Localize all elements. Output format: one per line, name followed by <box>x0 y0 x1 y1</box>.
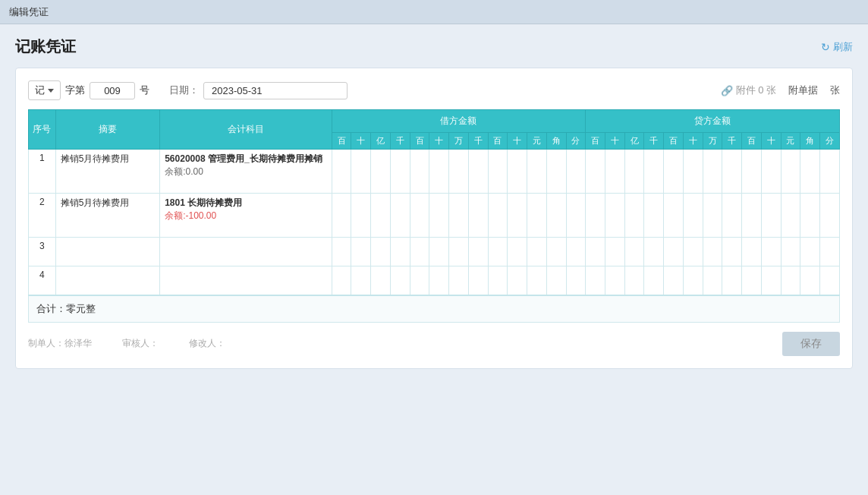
row-summary-4[interactable] <box>55 266 160 295</box>
debit-digit-4-4[interactable] <box>390 266 410 295</box>
credit-digit-2-9[interactable] <box>742 194 762 238</box>
refresh-button[interactable]: ↻ 刷新 <box>821 40 853 54</box>
debit-digit-2-10[interactable] <box>508 194 527 238</box>
credit-digit-2-2[interactable] <box>605 194 624 238</box>
debit-digit-3-1[interactable] <box>332 238 351 266</box>
credit-digit-3-4[interactable] <box>644 238 664 266</box>
credit-digit-3-10[interactable] <box>761 238 781 266</box>
credit-digit-2-11[interactable] <box>781 194 800 238</box>
debit-digit-1-11[interactable] <box>527 150 547 194</box>
debit-digit-3-12[interactable] <box>546 238 566 266</box>
credit-digit-1-13[interactable] <box>820 150 840 194</box>
row-summary-3[interactable] <box>55 238 160 266</box>
debit-digit-4-1[interactable] <box>332 266 351 295</box>
debit-digit-3-4[interactable] <box>390 238 410 266</box>
credit-digit-3-7[interactable] <box>703 238 722 266</box>
credit-digit-1-4[interactable] <box>644 150 664 194</box>
credit-digit-4-7[interactable] <box>703 266 722 295</box>
debit-digit-2-13[interactable] <box>566 194 586 238</box>
debit-digit-1-3[interactable] <box>371 150 391 194</box>
credit-digit-2-8[interactable] <box>722 194 742 238</box>
row-account-2[interactable]: 1801 长期待摊费用余额:-100.00 <box>160 194 332 238</box>
credit-digit-2-7[interactable] <box>703 194 722 238</box>
credit-digit-3-2[interactable] <box>605 238 624 266</box>
debit-digit-4-7[interactable] <box>449 266 469 295</box>
credit-digit-3-9[interactable] <box>742 238 762 266</box>
debit-digit-3-13[interactable] <box>566 238 586 266</box>
credit-digit-1-10[interactable] <box>761 150 781 194</box>
row-account-4[interactable] <box>160 266 332 295</box>
debit-digit-2-7[interactable] <box>449 194 469 238</box>
credit-digit-2-1[interactable] <box>586 194 605 238</box>
credit-digit-3-5[interactable] <box>664 238 684 266</box>
debit-digit-3-7[interactable] <box>449 238 469 266</box>
credit-digit-4-9[interactable] <box>742 266 762 295</box>
credit-digit-4-3[interactable] <box>624 266 644 295</box>
credit-digit-1-12[interactable] <box>800 150 820 194</box>
debit-digit-4-13[interactable] <box>566 266 586 295</box>
debit-digit-3-9[interactable] <box>488 238 508 266</box>
save-button[interactable]: 保存 <box>782 332 840 356</box>
credit-digit-3-6[interactable] <box>683 238 703 266</box>
debit-digit-1-2[interactable] <box>351 150 371 194</box>
debit-digit-1-6[interactable] <box>429 150 449 194</box>
debit-digit-4-11[interactable] <box>527 266 547 295</box>
credit-digit-4-10[interactable] <box>761 266 781 295</box>
credit-digit-2-4[interactable] <box>644 194 664 238</box>
debit-digit-4-3[interactable] <box>371 266 391 295</box>
debit-digit-4-8[interactable] <box>468 266 488 295</box>
debit-digit-3-3[interactable] <box>371 238 391 266</box>
attachment-button[interactable]: 🔗 附件 0 张 <box>721 84 776 97</box>
credit-digit-3-12[interactable] <box>800 238 820 266</box>
debit-digit-4-9[interactable] <box>488 266 508 295</box>
debit-digit-1-5[interactable] <box>410 150 429 194</box>
credit-digit-1-9[interactable] <box>742 150 762 194</box>
credit-digit-1-1[interactable] <box>586 150 605 194</box>
debit-digit-2-9[interactable] <box>488 194 508 238</box>
debit-digit-2-11[interactable] <box>527 194 547 238</box>
credit-digit-2-6[interactable] <box>683 194 703 238</box>
credit-digit-4-8[interactable] <box>722 266 742 295</box>
debit-digit-4-6[interactable] <box>429 266 449 295</box>
debit-digit-2-2[interactable] <box>351 194 371 238</box>
debit-digit-1-12[interactable] <box>546 150 566 194</box>
credit-digit-2-12[interactable] <box>800 194 820 238</box>
debit-digit-3-5[interactable] <box>410 238 429 266</box>
debit-digit-1-9[interactable] <box>488 150 508 194</box>
row-summary-1[interactable]: 摊销5月待摊费用 <box>55 150 160 194</box>
debit-digit-2-4[interactable] <box>390 194 410 238</box>
debit-digit-1-13[interactable] <box>566 150 586 194</box>
debit-digit-3-11[interactable] <box>527 238 547 266</box>
debit-digit-4-2[interactable] <box>351 266 371 295</box>
debit-digit-4-12[interactable] <box>546 266 566 295</box>
credit-digit-3-8[interactable] <box>722 238 742 266</box>
zi-number-input[interactable] <box>90 82 135 99</box>
row-summary-2[interactable]: 摊销5月待摊费用 <box>55 194 160 238</box>
credit-digit-2-3[interactable] <box>624 194 644 238</box>
credit-digit-3-3[interactable] <box>624 238 644 266</box>
credit-digit-4-4[interactable] <box>644 266 664 295</box>
debit-digit-1-10[interactable] <box>508 150 527 194</box>
fudanju-button[interactable]: 附单据 <box>788 84 818 97</box>
credit-digit-4-6[interactable] <box>683 266 703 295</box>
debit-digit-4-10[interactable] <box>508 266 527 295</box>
debit-digit-1-8[interactable] <box>468 150 488 194</box>
row-account-1[interactable]: 56020008 管理费用_长期待摊费用摊销余额:0.00 <box>160 150 332 194</box>
debit-digit-3-8[interactable] <box>468 238 488 266</box>
credit-digit-3-11[interactable] <box>781 238 800 266</box>
debit-digit-1-1[interactable] <box>332 150 351 194</box>
debit-digit-2-6[interactable] <box>429 194 449 238</box>
debit-digit-1-4[interactable] <box>390 150 410 194</box>
credit-digit-4-13[interactable] <box>820 266 840 295</box>
debit-digit-4-5[interactable] <box>410 266 429 295</box>
credit-digit-1-5[interactable] <box>664 150 684 194</box>
debit-digit-2-5[interactable] <box>410 194 429 238</box>
credit-digit-1-8[interactable] <box>722 150 742 194</box>
credit-digit-1-7[interactable] <box>703 150 722 194</box>
credit-digit-2-10[interactable] <box>761 194 781 238</box>
debit-digit-2-12[interactable] <box>546 194 566 238</box>
debit-digit-3-10[interactable] <box>508 238 527 266</box>
credit-digit-4-11[interactable] <box>781 266 800 295</box>
row-account-3[interactable] <box>160 238 332 266</box>
credit-digit-1-11[interactable] <box>781 150 800 194</box>
